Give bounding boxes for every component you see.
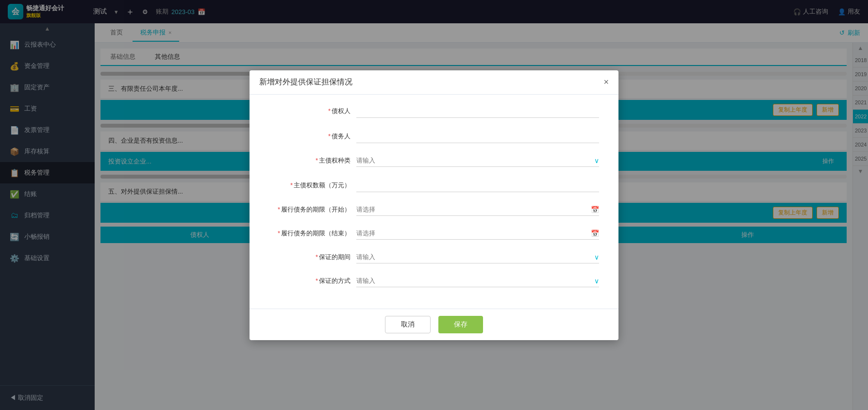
periodstart-calendar-icon[interactable]: 📅 bbox=[591, 206, 599, 213]
field-periodstart-input[interactable] bbox=[356, 206, 591, 213]
field-claimtype-label: *主债权种类 bbox=[269, 156, 356, 165]
field-claimtype-select-wrap: ∨ bbox=[356, 155, 599, 167]
field-guaranteeperiod-input[interactable] bbox=[356, 253, 594, 261]
modal-footer: 取消 保存 bbox=[250, 309, 618, 340]
field-guaranteeperiod-row: *保证的期间 ∨ bbox=[269, 251, 599, 263]
field-guaranteeperiod-label: *保证的期间 bbox=[269, 253, 356, 262]
modal-body: *债权人 *债务人 *主债权种类 ∨ bbox=[250, 95, 618, 309]
field-claimtype-input[interactable] bbox=[356, 157, 594, 164]
field-periodend-input[interactable] bbox=[356, 230, 591, 237]
field-debtor-label: *债务人 bbox=[269, 132, 356, 141]
field-claimamount-row: *主债权数额（万元） bbox=[269, 179, 599, 192]
field-debtor-row: *债务人 bbox=[269, 130, 599, 143]
field-debtor-input[interactable] bbox=[356, 130, 599, 143]
modal-header: 新增对外提供保证担保情况 × bbox=[250, 70, 618, 95]
field-periodstart-label: *履行债务的期限（开始） bbox=[269, 205, 356, 214]
add-guarantee-modal: 新增对外提供保证担保情况 × *债权人 *债务人 * bbox=[250, 70, 618, 340]
field-obligee-input[interactable] bbox=[356, 104, 599, 118]
required-mark: * bbox=[316, 157, 318, 164]
field-guaranteemethod-label: *保证的方式 bbox=[269, 277, 356, 285]
required-mark: * bbox=[328, 107, 331, 115]
field-periodend-wrap: 📅 bbox=[356, 228, 599, 240]
field-claimtype-row: *主债权种类 ∨ bbox=[269, 155, 599, 167]
field-claimamount-label: *主债权数额（万元） bbox=[269, 181, 356, 190]
field-periodstart-wrap: 📅 bbox=[356, 204, 599, 216]
guaranteeperiod-dropdown-arrow[interactable]: ∨ bbox=[594, 253, 599, 261]
field-periodend-label: *履行债务的期限（结束） bbox=[269, 229, 356, 238]
field-obligee-row: *债权人 bbox=[269, 104, 599, 118]
field-periodstart-row: *履行债务的期限（开始） 📅 bbox=[269, 204, 599, 216]
claimtype-dropdown-arrow[interactable]: ∨ bbox=[594, 157, 599, 164]
field-guaranteemethod-input[interactable] bbox=[356, 277, 594, 284]
modal-title: 新增对外提供保证担保情况 bbox=[259, 77, 352, 87]
field-guaranteeperiod-select-wrap: ∨ bbox=[356, 251, 599, 263]
field-claimamount-input[interactable] bbox=[356, 179, 599, 192]
modal-backdrop: 新增对外提供保证担保情况 × *债权人 *债务人 * bbox=[0, 0, 868, 410]
save-button[interactable]: 保存 bbox=[438, 316, 483, 333]
cancel-button[interactable]: 取消 bbox=[385, 316, 431, 333]
required-mark: * bbox=[316, 253, 318, 261]
periodend-calendar-icon[interactable]: 📅 bbox=[591, 230, 599, 237]
field-obligee-label: *债权人 bbox=[269, 107, 356, 115]
required-mark: * bbox=[290, 181, 293, 189]
required-mark: * bbox=[316, 277, 318, 284]
guaranteemethod-dropdown-arrow[interactable]: ∨ bbox=[594, 277, 599, 285]
required-mark: * bbox=[278, 230, 280, 237]
required-mark: * bbox=[278, 206, 280, 213]
field-guaranteemethod-select-wrap: ∨ bbox=[356, 275, 599, 287]
required-mark: * bbox=[328, 132, 331, 140]
field-periodend-row: *履行债务的期限（结束） 📅 bbox=[269, 228, 599, 240]
field-guaranteemethod-row: *保证的方式 ∨ bbox=[269, 275, 599, 287]
modal-close-button[interactable]: × bbox=[603, 77, 609, 87]
